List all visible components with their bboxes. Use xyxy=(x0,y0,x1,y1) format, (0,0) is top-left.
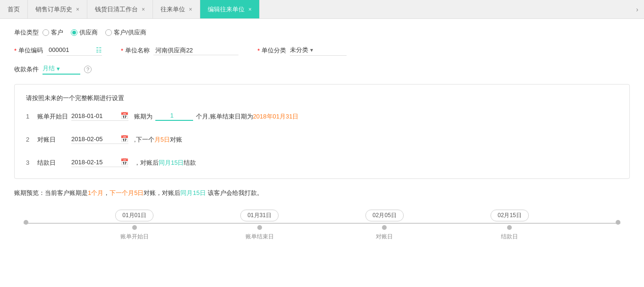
unit-type-label: 单位类型 xyxy=(14,28,39,37)
timeline-right-dot xyxy=(616,220,620,225)
reconcile-desc-before: ,下一个 xyxy=(134,135,154,144)
settlement-date-input-wrap: 📅 xyxy=(71,158,128,167)
help-icon[interactable]: ? xyxy=(84,66,92,73)
period-input-wrap xyxy=(155,112,193,121)
step-1-num: 1 xyxy=(26,113,37,120)
payment-chevron-icon: ▾ xyxy=(57,65,60,72)
settlement-date-cal-icon[interactable]: 📅 xyxy=(120,158,128,166)
timeline: 01月01日 账单开始日 01月31日 账单结束日 02月05日 对账日 02月… xyxy=(24,210,620,241)
unit-type-row: 单位类型 客户 供应商 客户/供应商 xyxy=(14,28,630,37)
setting-row-2: 2 对账日 📅 ,下一个月5日对账 xyxy=(26,135,618,144)
settlement-desc-highlight: 同月15日 xyxy=(159,159,184,167)
step-2-num: 2 xyxy=(26,136,37,143)
reconcile-date-input[interactable] xyxy=(71,135,119,143)
preview-end: 该客户会给我打款。 xyxy=(208,189,263,196)
payment-row: 收款条件 月结 ▾ ? xyxy=(14,64,630,75)
tab-edit-partner[interactable]: 编辑往来单位 × xyxy=(200,0,260,18)
timeline-pill-4: 02月15日 xyxy=(491,210,529,221)
unit-code-group: * 单位编码 ☷ xyxy=(14,45,102,56)
timeline-label-1: 账单开始日 xyxy=(120,233,149,241)
settings-title: 请按照未来的一个完整帐期进行设置 xyxy=(26,94,618,102)
timeline-left-circle xyxy=(24,220,28,225)
unit-category-star: * xyxy=(257,47,260,54)
timeline-node-1: 01月01日 账单开始日 xyxy=(115,210,153,241)
timeline-pill-1: 01月01日 xyxy=(115,210,153,221)
unit-code-star: * xyxy=(14,47,17,54)
payment-condition-select[interactable]: 月结 ▾ xyxy=(42,64,80,75)
timeline-circle-4 xyxy=(507,225,512,230)
close-partner[interactable]: × xyxy=(189,6,192,13)
preview-part3: 同月15日 xyxy=(180,189,205,196)
radio-customer[interactable]: 客户 xyxy=(42,28,63,37)
settlement-desc-before: ，对账后 xyxy=(134,159,159,167)
period-input[interactable] xyxy=(155,112,188,119)
unit-code-input[interactable] xyxy=(47,45,94,54)
payment-condition-value: 月结 xyxy=(42,64,55,73)
timeline-label-4: 结款日 xyxy=(501,233,518,241)
timeline-label-3: 对账日 xyxy=(376,233,393,241)
timeline-right-circle xyxy=(616,220,620,225)
radio-both[interactable]: 客户/供应商 xyxy=(105,28,146,37)
tab-cashflow[interactable]: 钱货日清工作台 × xyxy=(87,0,153,18)
timeline-container: 01月01日 账单开始日 01月31日 账单结束日 02月05日 对账日 02月… xyxy=(14,210,630,241)
timeline-line xyxy=(24,223,620,224)
preview-mid1: ， xyxy=(103,189,110,196)
start-date-cal-icon[interactable]: 📅 xyxy=(120,112,128,119)
start-date-input[interactable] xyxy=(71,112,119,119)
start-date-input-wrap: 📅 xyxy=(71,112,128,121)
timeline-circle-2 xyxy=(257,225,262,230)
unit-name-star: * xyxy=(121,47,123,54)
tab-partner[interactable]: 往来单位 × xyxy=(153,0,200,18)
period-suffix: 个月,账单结束日期为 xyxy=(196,112,253,121)
timeline-node-4: 02月15日 结款日 xyxy=(491,210,529,241)
step-1-label: 账单开始日 xyxy=(37,112,71,121)
unit-category-select[interactable]: 未分类 ▾ xyxy=(290,46,347,56)
step-3-label: 结款日 xyxy=(37,159,71,167)
preview-part1: 1个月 xyxy=(88,189,103,196)
payment-condition-label: 收款条件 xyxy=(14,65,39,74)
reconcile-date-cal-icon[interactable]: 📅 xyxy=(120,135,128,143)
unit-code-label: 单位编码 xyxy=(18,46,43,55)
unit-code-copy-icon[interactable]: ☷ xyxy=(96,46,102,54)
timeline-label-2: 账单结束日 xyxy=(246,233,274,241)
close-sales-history[interactable]: × xyxy=(76,6,79,13)
setting-row-3: 3 结款日 📅 ，对账后同月15日结款 xyxy=(26,158,618,167)
unit-category-group: * 单位分类 未分类 ▾ xyxy=(257,46,347,56)
period-end-date: 2018年01月31日 xyxy=(253,112,299,121)
unit-type-radio-group: 客户 供应商 客户/供应商 xyxy=(42,28,146,37)
timeline-left-dot xyxy=(24,220,28,225)
settlement-date-input[interactable] xyxy=(71,159,119,166)
unit-category-value: 未分类 xyxy=(290,46,308,54)
reconcile-date-input-wrap: 📅 xyxy=(71,135,128,144)
close-cashflow[interactable]: × xyxy=(142,6,145,13)
tab-more-arrow[interactable]: › xyxy=(630,6,644,13)
radio-customer-circle xyxy=(42,29,49,36)
timeline-circle-3 xyxy=(382,225,387,230)
reconcile-desc-highlight: 月5日 xyxy=(154,135,170,144)
main-content: 单位类型 客户 供应商 客户/供应商 * 单位编码 ☷ xyxy=(0,19,644,287)
unit-name-input[interactable] xyxy=(153,46,238,55)
radio-supplier[interactable]: 供应商 xyxy=(71,28,98,37)
close-edit-partner[interactable]: × xyxy=(248,6,252,13)
timeline-pill-2: 01月31日 xyxy=(240,210,279,221)
radio-both-circle xyxy=(105,29,112,36)
preview-part2: 下一个月5日 xyxy=(110,189,144,196)
tab-home[interactable]: 首页 xyxy=(0,0,28,18)
timeline-circle-1 xyxy=(132,225,137,230)
unit-code-input-wrap: ☷ xyxy=(47,45,102,56)
reconcile-desc-after: 对账 xyxy=(170,135,182,144)
preview-mid2: 对账，对账后 xyxy=(144,189,180,196)
setting-row-1: 1 账单开始日 📅 账期为 个月,账单结束日期为 2018年01月31日 xyxy=(26,112,618,121)
unit-category-chevron: ▾ xyxy=(310,47,313,53)
code-name-category-row: * 单位编码 ☷ * 单位名称 * 单位分类 未分类 ▾ xyxy=(14,45,630,56)
unit-category-label: 单位分类 xyxy=(262,46,286,55)
preview-text: 账期预览：当前客户账期是1个月，下一个月5日对账，对账后同月15日 该客户会给我… xyxy=(14,188,630,198)
unit-name-label: 单位名称 xyxy=(125,46,150,55)
radio-supplier-circle xyxy=(71,29,77,36)
settings-box: 请按照未来的一个完整帐期进行设置 1 账单开始日 📅 账期为 个月,账单结束日期… xyxy=(14,84,630,179)
timeline-node-2: 01月31日 账单结束日 xyxy=(240,210,279,241)
preview-label: 账期预览：当前客户账期是 xyxy=(14,189,88,196)
timeline-pill-3: 02月05日 xyxy=(365,210,404,221)
tab-sales-history[interactable]: 销售订单历史 × xyxy=(28,0,87,18)
step-2-label: 对账日 xyxy=(37,135,71,144)
